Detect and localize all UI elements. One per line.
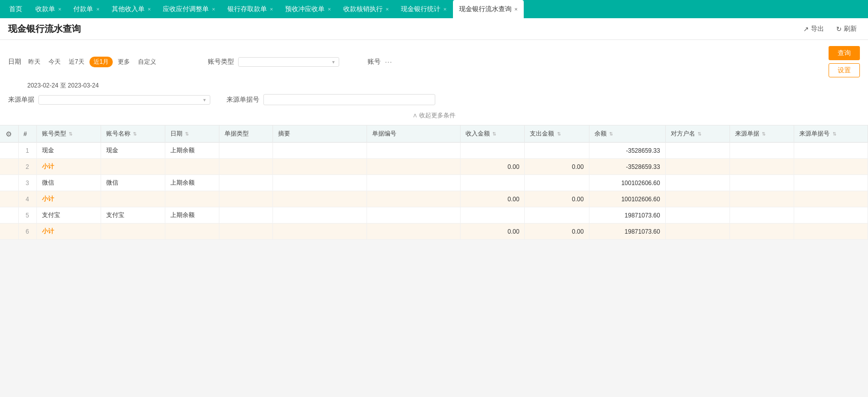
date-opt-more[interactable]: 更多 [115,57,133,67]
row-expense-cell [525,175,589,191]
sort-source-doc-icon: ⇅ [762,131,766,137]
col-expense-header[interactable]: 支出金额 ⇅ [525,125,589,143]
header-actions: ↗ 导出 ↻ 刷新 [800,22,860,35]
row-income-cell: 0.00 [461,159,525,175]
settings-button[interactable]: 设置 [829,63,860,77]
row-balance-cell: -3528659.33 [589,159,665,175]
close-tab-cash-bank-flow-icon[interactable]: × [515,6,518,12]
row-account-name-cell [101,191,165,207]
col-settings[interactable]: ⚙ [0,125,18,143]
col-num-header: # [18,125,36,143]
col-account-name-header[interactable]: 账号名称 ⇅ [101,125,165,143]
row-account-type-cell: 小计 [36,191,101,207]
close-tab-ar-adjust-icon[interactable]: × [212,6,215,12]
col-balance-header[interactable]: 余额 ⇅ [589,125,665,143]
collapse-bar[interactable]: ∧ 收起更多条件 [8,109,860,121]
account-type-select[interactable]: ▾ [238,57,339,67]
row-expense-cell: 0.00 [525,159,589,175]
close-tab-cash-bank-stat-icon[interactable]: × [443,6,446,12]
close-tab-bank-deposit-icon[interactable]: × [270,6,273,12]
col-source-doc-no-header[interactable]: 来源单据号 ⇅ [794,125,868,143]
date-opt-today[interactable]: 今天 [45,57,64,67]
row-doc-no-cell [367,159,460,175]
tab-cash-bank-stat[interactable]: 现金银行统计 × [395,0,452,18]
row-income-cell: 0.00 [461,191,525,207]
source-doc-filter-group: 来源单据 ▾ [8,95,210,105]
table-area: ⚙ # 账号类型 ⇅ 账号名称 ⇅ 日期 ⇅ 单据类型 [0,125,868,240]
date-filter-label: 日期 [8,57,21,66]
tab-collect-verify[interactable]: 收款核销执行 × [337,0,395,18]
nav-home[interactable]: 首页 [2,5,29,14]
row-source-doc-no-cell [794,207,868,224]
col-date-header[interactable]: 日期 ⇅ [165,125,219,143]
table-row: 2小计0.000.00-3528659.33 [0,159,868,175]
table-gear-icon[interactable]: ⚙ [6,130,12,138]
date-filter-group: 日期 昨天 今天 近7天 近1月 更多 自定义 [8,57,159,67]
account-more-icon[interactable]: ··· [385,58,392,66]
row-source-doc-no-cell [794,191,868,207]
row-counterpart-cell [665,191,729,207]
row-date-cell [165,224,219,240]
refresh-button[interactable]: ↻ 刷新 [833,22,860,35]
tab-other-income[interactable]: 其他收入单 × [106,0,157,18]
sort-counterpart-icon: ⇅ [698,131,702,137]
source-doc-no-label: 来源单据号 [226,95,259,104]
filter-row-1: 日期 昨天 今天 近7天 近1月 更多 自定义 账号类型 ▾ 账号 ··· [8,46,860,77]
row-doc-type-cell [219,207,273,224]
close-tab-payment-icon[interactable]: × [96,6,99,12]
date-opt-7days[interactable]: 近7天 [66,57,87,67]
col-source-doc-header[interactable]: 来源单据 ⇅ [729,125,794,143]
row-account-type-cell: 小计 [36,159,101,175]
query-button[interactable]: 查询 [829,46,860,60]
row-num-cell: 5 [18,207,36,224]
row-expense-cell: 0.00 [525,191,589,207]
row-doc-no-cell [367,143,460,159]
sort-income-icon: ⇅ [492,131,496,137]
date-opt-yesterday[interactable]: 昨天 [25,57,43,67]
tab-payment[interactable]: 付款单 × [67,0,105,18]
account-type-label: 账号类型 [208,57,234,66]
tab-bank-deposit[interactable]: 银行存取款单 × [221,0,279,18]
action-buttons: 查询 设置 [829,46,860,77]
close-tab-collect-verify-icon[interactable]: × [386,6,389,12]
col-counterpart-header[interactable]: 对方户名 ⇅ [665,125,729,143]
row-summary-cell [273,159,367,175]
row-settings-cell [0,143,18,159]
table-row: 6小计0.000.0019871073.60 [0,224,868,240]
tab-cash-bank-flow[interactable]: 现金银行流水查询 × [453,0,524,18]
row-doc-no-cell [367,191,460,207]
row-income-cell [461,207,525,224]
source-doc-select[interactable]: ▾ [38,95,210,105]
row-doc-no-cell [367,224,460,240]
source-doc-no-input[interactable] [263,94,435,105]
tab-pre-collect[interactable]: 预收冲应收单 × [279,0,337,18]
row-source-doc-cell [729,175,794,191]
date-opt-1month[interactable]: 近1月 [89,57,113,67]
close-tab-other-income-icon[interactable]: × [148,6,151,12]
filter-area: 日期 昨天 今天 近7天 近1月 更多 自定义 账号类型 ▾ 账号 ··· [0,40,868,125]
row-settings-cell [0,224,18,240]
date-options: 昨天 今天 近7天 近1月 更多 自定义 [25,57,159,67]
date-opt-custom[interactable]: 自定义 [135,57,159,67]
close-tab-pre-collect-icon[interactable]: × [328,6,331,12]
col-account-type-header[interactable]: 账号类型 ⇅ [36,125,101,143]
col-income-header[interactable]: 收入金额 ⇅ [461,125,525,143]
date-range-display: 2023-02-24 至 2023-03-24 [27,82,99,89]
export-button[interactable]: ↗ 导出 [800,22,827,35]
row-balance-cell: 19871073.60 [589,207,665,224]
tab-receipt[interactable]: 收款单 × [29,0,67,18]
row-source-doc-no-cell [794,175,868,191]
row-source-doc-cell [729,143,794,159]
table-header-row: ⚙ # 账号类型 ⇅ 账号名称 ⇅ 日期 ⇅ 单据类型 [0,125,868,143]
row-num-cell: 1 [18,143,36,159]
table-row: 5支付宝支付宝上期余额19871073.60 [0,207,868,224]
row-counterpart-cell [665,159,729,175]
row-account-type-cell: 微信 [36,175,101,191]
sort-account-name-icon: ⇅ [133,131,137,137]
row-doc-type-cell [219,159,273,175]
tab-ar-adjust[interactable]: 应收应付调整单 × [157,0,221,18]
source-doc-chevron-icon: ▾ [203,97,206,103]
row-account-name-cell: 微信 [101,175,165,191]
row-source-doc-no-cell [794,224,868,240]
close-tab-receipt-icon[interactable]: × [58,6,61,12]
